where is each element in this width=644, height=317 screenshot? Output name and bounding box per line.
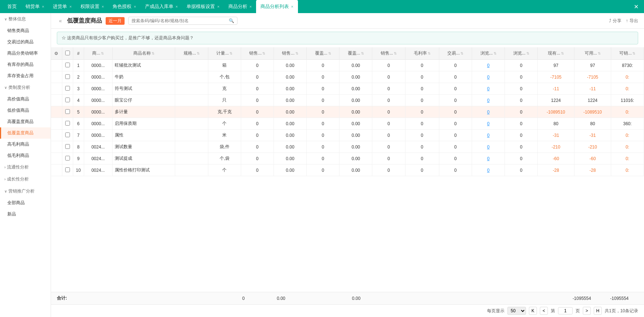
- search-input[interactable]: [131, 18, 227, 23]
- sidebar-item-traded-goods[interactable]: 交易过的商品: [0, 36, 51, 48]
- nav-item-product-analysis-list[interactable]: 商品分析列表 ×: [256, 0, 298, 13]
- td-browse1[interactable]: 0: [472, 95, 504, 106]
- th-available[interactable]: 可用...⇅: [574, 47, 611, 60]
- date-range-button[interactable]: 近一月: [106, 17, 125, 25]
- prev-page-button[interactable]: <: [540, 307, 548, 315]
- nav-item-permissions[interactable]: 权限设置 ×: [76, 0, 108, 13]
- td-browse1[interactable]: 0: [472, 141, 504, 153]
- sidebar-section-growth[interactable]: › 成长性分析: [0, 173, 51, 185]
- th-cover1[interactable]: 覆盖...⇅: [307, 47, 339, 60]
- td-checkbox[interactable]: [62, 71, 73, 83]
- row-checkbox[interactable]: [65, 98, 70, 102]
- sidebar-section-circulation[interactable]: › 流通性分析: [0, 161, 51, 173]
- nav-item-products-entry[interactable]: 产成品入库单 ×: [141, 0, 182, 13]
- td-settings[interactable]: [51, 118, 62, 130]
- sidebar-item-high-coverage[interactable]: 高覆盖度商品: [0, 116, 51, 127]
- td-browse1[interactable]: 0: [472, 118, 504, 130]
- nav-close-icon[interactable]: ×: [250, 4, 252, 9]
- td-settings[interactable]: [51, 153, 62, 165]
- page-input[interactable]: [558, 307, 573, 314]
- td-browse1[interactable]: 0: [472, 106, 504, 118]
- td-settings[interactable]: [51, 165, 62, 176]
- nav-close-icon[interactable]: ×: [217, 4, 219, 9]
- sidebar-item-low-coverage[interactable]: 低覆盖度商品: [0, 127, 51, 139]
- th-settings[interactable]: ⚙: [51, 47, 62, 60]
- first-page-button[interactable]: K: [529, 307, 537, 315]
- td-settings[interactable]: [51, 83, 62, 95]
- th-checkbox[interactable]: [62, 47, 73, 60]
- th-browse2[interactable]: 浏览...⇅: [505, 47, 538, 60]
- sidebar-item-all-goods[interactable]: 全部商品: [0, 197, 51, 209]
- td-browse1[interactable]: 0: [472, 165, 504, 176]
- td-settings[interactable]: [51, 71, 62, 83]
- row-checkbox[interactable]: [65, 109, 70, 114]
- th-sales2[interactable]: 销售...⇅: [274, 47, 306, 60]
- nav-item-sales[interactable]: 销货单 ×: [21, 0, 48, 13]
- nav-close-icon[interactable]: ×: [69, 4, 71, 9]
- sidebar-item-sales-goods[interactable]: 销售类商品: [0, 25, 51, 36]
- next-page-button[interactable]: >: [583, 307, 591, 315]
- sidebar-item-stock-goods[interactable]: 有库存的商品: [0, 59, 51, 70]
- th-name[interactable]: 商品名称⇅: [113, 47, 175, 60]
- td-browse1[interactable]: 0: [472, 153, 504, 165]
- td-checkbox[interactable]: [62, 130, 73, 141]
- sidebar-item-category-rate[interactable]: 商品分类动销率: [0, 48, 51, 59]
- th-unit[interactable]: 计量...⇅: [208, 47, 241, 60]
- nav-item-product-analysis[interactable]: 商品分析 ×: [224, 0, 256, 13]
- td-browse1[interactable]: 0: [472, 130, 504, 141]
- select-all-checkbox[interactable]: [65, 51, 70, 55]
- td-settings[interactable]: [51, 60, 62, 71]
- th-sales3[interactable]: 销售...⇅: [372, 47, 405, 60]
- td-checkbox[interactable]: [62, 83, 73, 95]
- last-page-button[interactable]: H: [594, 307, 602, 315]
- th-sales1[interactable]: 销售...⇅: [241, 47, 274, 60]
- td-settings[interactable]: [51, 130, 62, 141]
- td-browse1[interactable]: 0: [472, 60, 504, 71]
- share-button[interactable]: ⤴ 分享: [609, 18, 621, 24]
- th-sellable[interactable]: 可销...⇅: [611, 47, 644, 60]
- nav-close-icon[interactable]: ×: [291, 4, 293, 9]
- sidebar-item-high-margin[interactable]: 高毛利商品: [0, 139, 51, 150]
- nav-item-templates[interactable]: 单据模板设置 ×: [182, 0, 224, 13]
- sidebar-section-overall[interactable]: ∨ 整体信息: [0, 13, 51, 25]
- nav-close-all-button[interactable]: ✕: [631, 1, 641, 12]
- sidebar-item-new-goods[interactable]: 新品: [0, 209, 51, 220]
- sidebar-section-marketing[interactable]: ∨ 营销推广分析: [0, 185, 51, 197]
- th-trade[interactable]: 交易...⇅: [439, 47, 472, 60]
- th-spec[interactable]: 规格...⇅: [175, 47, 208, 60]
- td-checkbox[interactable]: [62, 165, 73, 176]
- sidebar-item-low-value[interactable]: 低价值商品: [0, 105, 51, 116]
- nav-item-purchase[interactable]: 进货单 ×: [48, 0, 76, 13]
- row-checkbox[interactable]: [65, 167, 70, 172]
- nav-close-icon[interactable]: ×: [42, 4, 44, 9]
- th-browse1[interactable]: 浏览...⇅: [472, 47, 504, 60]
- td-checkbox[interactable]: [62, 106, 73, 118]
- sidebar-item-high-value[interactable]: 高价值商品: [0, 94, 51, 105]
- nav-close-icon[interactable]: ×: [134, 4, 136, 9]
- th-gross[interactable]: 毛利率⇅: [405, 47, 439, 60]
- nav-close-icon[interactable]: ×: [176, 4, 178, 9]
- td-checkbox[interactable]: [62, 118, 73, 130]
- td-settings[interactable]: [51, 95, 62, 106]
- th-cover2[interactable]: 覆盖...⇅: [339, 47, 372, 60]
- td-settings[interactable]: [51, 141, 62, 153]
- row-checkbox[interactable]: [65, 63, 70, 67]
- td-checkbox[interactable]: [62, 153, 73, 165]
- row-checkbox[interactable]: [65, 86, 70, 91]
- th-code[interactable]: 商...⇅: [84, 47, 113, 60]
- collapse-button[interactable]: «: [57, 17, 64, 24]
- row-checkbox[interactable]: [65, 132, 70, 137]
- th-current[interactable]: 现有...⇅: [538, 47, 574, 60]
- nav-item-home[interactable]: 首页: [3, 0, 21, 13]
- nav-close-icon[interactable]: ×: [102, 4, 104, 9]
- td-browse1[interactable]: 0: [472, 71, 504, 83]
- per-page-select[interactable]: 50 20 100: [507, 307, 526, 315]
- sidebar-item-stock-funds[interactable]: 库存资金占用: [0, 70, 51, 82]
- td-checkbox[interactable]: [62, 60, 73, 71]
- td-checkbox[interactable]: [62, 95, 73, 106]
- row-checkbox[interactable]: [65, 121, 70, 126]
- export-button[interactable]: ↑ 导出: [626, 18, 638, 24]
- sidebar-item-low-margin[interactable]: 低毛利商品: [0, 150, 51, 161]
- td-browse1[interactable]: 0: [472, 83, 504, 95]
- search-icon[interactable]: 🔍: [229, 18, 234, 23]
